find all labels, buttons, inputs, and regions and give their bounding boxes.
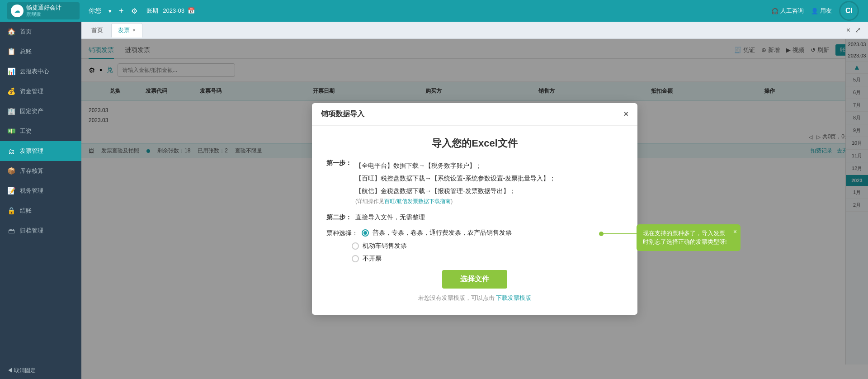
tooltip-bubble: 现在支持的票种多了，导入发票时别忘了选择正确的发票类型呀! × (637, 224, 741, 251)
close-icon: 🔒 (7, 207, 15, 215)
import-modal: 销项数据导入 × 导入您的Excel文件 第一步： 【全电平台】数据下载→【税务… (312, 103, 637, 314)
sidebar-item-invoice[interactable]: 🗂 发票管理 (0, 141, 81, 161)
app-badge: 旗舰版 (26, 11, 61, 18)
tooltip-container: 现在支持的票种多了，导入发票时别忘了选择正确的发票类型呀! × (637, 224, 741, 251)
select-file-button[interactable]: 选择文件 (442, 270, 507, 289)
radio-option-1[interactable]: 普票，专票，卷票，通行费发票，农产品销售发票 (362, 229, 512, 237)
company-name[interactable]: 你您 (89, 7, 101, 15)
help-button[interactable]: 🎧 人工咨询 (771, 7, 804, 15)
logo-icon: ☁ (11, 5, 24, 17)
window-maximize-icon[interactable]: ⤢ (855, 26, 861, 34)
radio-option-2[interactable]: 机动车销售发票 (352, 242, 623, 250)
sidebar-item-label: 固定资产 (20, 107, 43, 115)
radio-1-label: 普票，专票，卷票，通行费发票，农产品销售发票 (373, 229, 512, 237)
period-value: 2023-03 (163, 7, 184, 14)
app-logo[interactable]: ☁ 畅捷通好会计 旗舰版 (7, 2, 80, 20)
pin-icon: ◀ (7, 367, 13, 374)
sidebar-item-ledger[interactable]: 📋 总账 (0, 42, 81, 62)
modal-footer: 若您没有发票模版，可以点击 下载发票模版 (326, 294, 623, 306)
sidebar-item-label: 工资 (20, 127, 32, 135)
inventory-icon: 📦 (7, 167, 15, 175)
logo-text-block: 畅捷通好会计 旗舰版 (26, 4, 61, 18)
tab-close-icon[interactable]: × (132, 27, 136, 33)
archive-icon: 🗃 (7, 227, 15, 235)
topbar: ☁ 畅捷通好会计 旗舰版 你您 ▾ + ⚙ 账期 2023-03 📅 🎧 人工咨… (0, 0, 868, 22)
sidebar-item-label: 结账 (20, 207, 32, 215)
invoice-icon: 🗂 (7, 147, 15, 155)
step1-hint-link[interactable]: 百旺/航信发票数据下载指南 (384, 198, 451, 204)
sidebar-item-inventory[interactable]: 📦 库存核算 (0, 161, 81, 181)
app-name: 畅捷通好会计 (26, 4, 61, 11)
tooltip-dot (599, 232, 604, 236)
sidebar-item-label: 首页 (20, 28, 32, 36)
radio-3-circle[interactable] (352, 255, 359, 262)
radio-2-circle[interactable] (352, 242, 359, 250)
sidebar-item-label: 发票管理 (20, 147, 43, 155)
modal-title: 销项数据导入 (321, 109, 364, 119)
sidebar-item-payroll[interactable]: 💵 工资 (0, 121, 81, 141)
sidebar-item-archive[interactable]: 🗃 归档管理 (0, 221, 81, 241)
radio-1-dot (363, 231, 367, 235)
step2-label: 第二步： (326, 213, 352, 222)
step1-line1: 【全电平台】数据下载→【税务数字账户】； (355, 159, 556, 172)
step1-block: 第一步： 【全电平台】数据下载→【税务数字账户】； 【百旺】税控盘数据下载→【系… (326, 159, 623, 206)
sidebar-item-home[interactable]: 🏠 首页 (0, 22, 81, 42)
sidebar-item-label: 云报表中心 (20, 67, 49, 76)
footer-text: 若您没有发票模版，可以点击 (418, 294, 495, 301)
assets-icon: 🏢 (7, 107, 15, 115)
sidebar-item-label: 资金管理 (20, 87, 43, 95)
radio-1-circle[interactable] (362, 229, 369, 237)
user-button[interactable]: 👤 用友 (811, 7, 832, 15)
step1-row: 第一步： 【全电平台】数据下载→【税务数字账户】； 【百旺】税控盘数据下载→【系… (326, 159, 623, 206)
headset-icon: 🎧 (771, 8, 778, 14)
step2-row: 第二步： 直接导入文件，无需整理 (326, 213, 623, 222)
step1-content: 【全电平台】数据下载→【税务数字账户】； 【百旺】税控盘数据下载→【系统设置-系… (355, 159, 556, 206)
select-file-container: 选择文件 (326, 270, 623, 289)
sidebar: 🏠 首页 📋 总账 📊 云报表中心 💰 资金管理 🏢 固定资产 💵 工资 (0, 22, 81, 379)
radio-group: 票种选择： 普票，专票，卷票，通行费发票，农产品销售发票 (326, 229, 623, 263)
radio-3-label: 不开票 (363, 255, 382, 263)
sidebar-item-label: 总账 (20, 47, 32, 56)
sidebar-item-label: 归档管理 (20, 227, 43, 235)
reports-icon: 📊 (7, 67, 15, 76)
avatar[interactable]: CI (839, 1, 859, 21)
tab-home[interactable]: 首页 (85, 24, 109, 37)
sidebar-item-reports[interactable]: 📊 云报表中心 (0, 62, 81, 81)
step1-label: 第一步： (326, 159, 352, 206)
tax-icon: 📝 (7, 187, 15, 195)
sidebar-item-tax[interactable]: 📝 税务管理 (0, 181, 81, 201)
download-template-link[interactable]: 下载发票模版 (496, 294, 531, 301)
tooltip-close-button[interactable]: × (733, 227, 737, 237)
sidebar-item-label: 库存核算 (20, 167, 43, 175)
sidebar-item-assets[interactable]: 🏢 固定资产 (0, 101, 81, 121)
radio-group-label: 票种选择： (326, 229, 358, 237)
sidebar-unpin[interactable]: ◀ 取消固定 (0, 362, 81, 379)
modal-import-title: 导入您的Excel文件 (326, 137, 623, 150)
add-button[interactable]: + (119, 6, 124, 16)
step1-hint: (详细操作见百旺/航信发票数据下载指南) (355, 197, 556, 206)
radio-row-1: 票种选择： 普票，专票，卷票，通行费发票，农产品销售发票 (326, 229, 623, 237)
home-icon: 🏠 (7, 28, 15, 36)
tab-invoice[interactable]: 发票 × (111, 23, 142, 38)
modal-close-button[interactable]: × (623, 109, 628, 119)
period-label: 账期 2023-03 📅 (146, 7, 195, 15)
payroll-icon: 💵 (7, 127, 15, 135)
ledger-icon: 📋 (7, 47, 15, 56)
sidebar-item-funds[interactable]: 💰 资金管理 (0, 81, 81, 101)
radio-option-3[interactable]: 不开票 (352, 255, 623, 263)
step1-line3: 【航信】金税盘数据下载→【报税管理-发票数据导出】； (355, 185, 556, 197)
content-area: 销项发票 进项发票 🧾 凭证 ⊕ 新增 ▶ (81, 39, 868, 379)
step2-block: 第二步： 直接导入文件，无需整理 (326, 213, 623, 222)
topbar-right: 🎧 人工咨询 👤 用友 CI (771, 1, 861, 21)
window-close-icon[interactable]: × (846, 26, 850, 34)
main-layout: 🏠 首页 📋 总账 📊 云报表中心 💰 资金管理 🏢 固定资产 💵 工资 (0, 22, 868, 379)
sidebar-item-label: 税务管理 (20, 187, 43, 195)
radio-2-label: 机动车销售发票 (363, 242, 407, 250)
company-dropdown-icon[interactable]: ▾ (108, 8, 112, 14)
modal-overlay[interactable]: 销项数据导入 × 导入您的Excel文件 第一步： 【全电平台】数据下载→【税务… (81, 39, 868, 379)
tooltip-text: 现在支持的票种多了，导入发票时别忘了选择正确的发票类型呀! (643, 230, 727, 246)
main-area: 首页 发票 × × ⤢ 销项发票 进项发票 (81, 22, 868, 379)
settings-icon[interactable]: ⚙ (131, 7, 137, 15)
sidebar-item-close[interactable]: 🔒 结账 (0, 201, 81, 221)
modal-body: 导入您的Excel文件 第一步： 【全电平台】数据下载→【税务数字账户】； 【百… (312, 126, 637, 314)
